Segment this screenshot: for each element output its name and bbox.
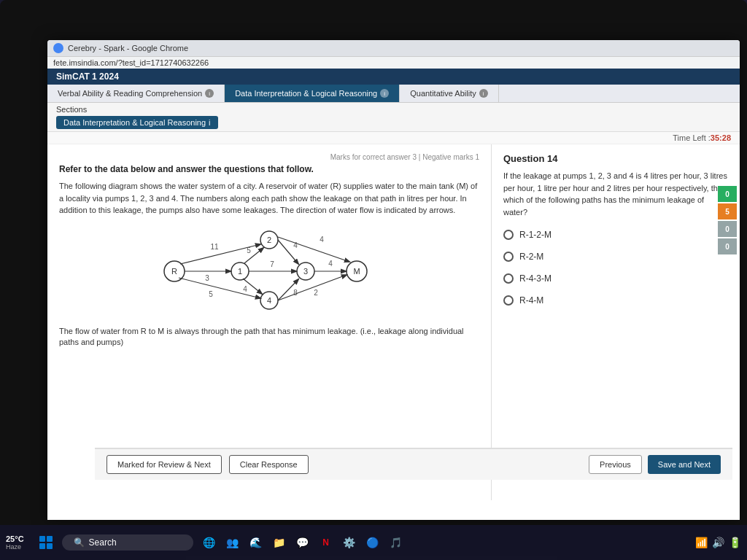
- exam-name: SimCAT 1 2024: [56, 71, 119, 82]
- svg-text:5: 5: [209, 290, 213, 298]
- address-bar[interactable]: fete.imsindia.com/?test_id=1712740632266: [47, 56, 740, 69]
- timer-value: 35:28: [711, 133, 731, 142]
- clear-response-button[interactable]: Clear Response: [229, 455, 309, 474]
- svg-text:7: 7: [270, 260, 274, 268]
- svg-text:3: 3: [205, 274, 209, 282]
- svg-line-32: [278, 237, 349, 262]
- volume-icon: 🔊: [712, 537, 724, 548]
- radio-B[interactable]: [503, 252, 514, 262]
- monitor-frame: Cerebry - Spark - Google Chrome fete.ims…: [0, 0, 747, 560]
- previous-button[interactable]: Previous: [589, 455, 642, 474]
- browser-titlebar: Cerebry - Spark - Google Chrome: [47, 40, 740, 56]
- passage-text: The following diagram shows the water sy…: [59, 180, 479, 217]
- footer-right: Previous Save and Next: [589, 455, 721, 474]
- radio-C[interactable]: [503, 273, 514, 284]
- svg-text:11: 11: [210, 243, 219, 251]
- tab-verbal[interactable]: Verbal Ability & Reading Comprehension i: [47, 85, 225, 102]
- option-C[interactable]: R-4-3-M: [503, 273, 728, 284]
- option-D[interactable]: R-4-M: [503, 295, 728, 306]
- search-icon: 🔍: [74, 537, 85, 548]
- timer-label: Time Left :: [673, 133, 711, 142]
- taskbar-icon-settings[interactable]: ⚙️: [341, 534, 358, 551]
- taskbar-icon-spotify[interactable]: 🎵: [387, 534, 405, 551]
- question-number: Question 14: [503, 153, 728, 164]
- badge-0c: 0: [718, 238, 737, 254]
- section-info-icon: i: [209, 118, 210, 127]
- weather-desc: Haze: [6, 543, 24, 551]
- refer-text: Refer to the data below and answer the q…: [59, 164, 479, 174]
- exam-header: SimCAT 1 2024: [47, 69, 740, 85]
- option-A[interactable]: R-1-2-M: [503, 230, 728, 240]
- taskbar-icon-chrome[interactable]: 🔵: [364, 534, 382, 551]
- svg-text:4: 4: [243, 285, 247, 293]
- tab-dilr[interactable]: Data Interpretation & Logical Reasoning …: [225, 85, 400, 102]
- option-B-label: R-2-M: [519, 252, 543, 262]
- battery-icon: 🔋: [729, 537, 741, 548]
- tab-quant[interactable]: Quantitative Ability i: [400, 85, 499, 102]
- taskbar-icon-edge[interactable]: 🌊: [247, 534, 265, 551]
- svg-text:4: 4: [328, 260, 333, 268]
- tab-verbal-label: Verbal Ability & Reading Comprehension: [58, 89, 202, 98]
- svg-text:2: 2: [314, 289, 318, 297]
- weather-widget: 25°C Haze: [6, 534, 24, 551]
- sections-bar: Sections Data Interpretation & Logical R…: [47, 103, 740, 132]
- svg-line-30: [278, 275, 347, 300]
- svg-text:5: 5: [247, 246, 251, 254]
- question-panel: Marks for correct answer 3 | Negative ma…: [47, 144, 492, 500]
- option-D-label: R-4-M: [519, 295, 543, 306]
- url-text: fete.imsindia.com/?test_id=1712740632266: [53, 58, 209, 67]
- right-panel: Question 14 If the leakage at pumps 1, 2…: [492, 144, 740, 500]
- footer-buttons: Marked for Review & Next Clear Response …: [95, 448, 732, 480]
- svg-text:4: 4: [320, 236, 324, 244]
- info-icon-verbal: i: [205, 89, 214, 98]
- side-number-panel: 0 5 0 0: [718, 186, 740, 254]
- question-text: If the leakage at pumps 1, 2, 3 and 4 is…: [503, 170, 728, 218]
- sys-icons: 📶 🔊 🔋: [695, 537, 741, 548]
- taskbar-app-icons: 🌐 👥 🌊 📁 💬 N ⚙️ 🔵 🎵: [201, 534, 405, 551]
- marks-info: Marks for correct answer 3 | Negative ma…: [59, 153, 479, 161]
- start-button[interactable]: [34, 531, 58, 554]
- option-C-label: R-4-3-M: [519, 273, 551, 284]
- taskbar-search[interactable]: 🔍 Search: [62, 534, 193, 551]
- svg-text:R: R: [171, 267, 177, 276]
- taskbar-icon-widgets[interactable]: 🌐: [201, 534, 218, 551]
- option-A-label: R-1-2-M: [519, 230, 551, 240]
- weather-temp: 25°C: [6, 534, 24, 543]
- svg-text:M: M: [353, 267, 360, 276]
- diagram-svg: R 1 2 3 4: [152, 224, 386, 319]
- footer-left: Marked for Review & Next Clear Response: [107, 455, 309, 474]
- sections-label: Sections: [56, 105, 731, 114]
- tabs-row: Verbal Ability & Reading Comprehension i…: [47, 85, 740, 103]
- tab-dilr-label: Data Interpretation & Logical Reasoning: [235, 89, 377, 98]
- content-area: Marks for correct answer 3 | Negative ma…: [47, 144, 740, 500]
- tab-quant-label: Quantitative Ability: [410, 89, 476, 98]
- radio-D[interactable]: [503, 295, 514, 306]
- browser-title: Cerebry - Spark - Google Chrome: [68, 44, 188, 52]
- browser-window: Cerebry - Spark - Google Chrome fete.ims…: [47, 40, 740, 520]
- badge-5: 5: [718, 203, 737, 219]
- taskbar-icon-teams[interactable]: 👥: [224, 534, 241, 551]
- info-icon-dilr: i: [380, 89, 389, 98]
- search-label: Search: [89, 537, 117, 548]
- radio-A[interactable]: [503, 230, 514, 240]
- timer-row: Time Left : 35:28: [47, 132, 740, 144]
- network-icon: 📶: [695, 537, 708, 548]
- browser-icon: [53, 43, 63, 53]
- svg-text:1: 1: [238, 267, 242, 276]
- badge-0b: 0: [718, 221, 737, 237]
- windows-logo: [39, 536, 53, 549]
- save-next-button[interactable]: Save and Next: [648, 455, 721, 474]
- taskbar-right: 📶 🔊 🔋: [695, 537, 741, 548]
- option-B[interactable]: R-2-M: [503, 252, 728, 262]
- taskbar-icon-netflix[interactable]: N: [317, 534, 335, 551]
- svg-text:2: 2: [267, 236, 271, 244]
- marked-review-button[interactable]: Marked for Review & Next: [107, 455, 222, 474]
- section-badge: Data Interpretation & Logical Reasoning …: [56, 116, 218, 129]
- badge-0: 0: [718, 186, 737, 202]
- taskbar-left: 25°C Haze: [6, 534, 30, 551]
- taskbar: 25°C Haze 🔍 Search 🌐 👥 🌊 📁 💬 N ⚙️ 🔵 🎵: [0, 525, 747, 560]
- info-icon-quant: i: [479, 89, 488, 98]
- svg-text:3: 3: [303, 267, 308, 276]
- taskbar-icon-files[interactable]: 📁: [271, 534, 288, 551]
- taskbar-icon-teams2[interactable]: 💬: [294, 534, 311, 551]
